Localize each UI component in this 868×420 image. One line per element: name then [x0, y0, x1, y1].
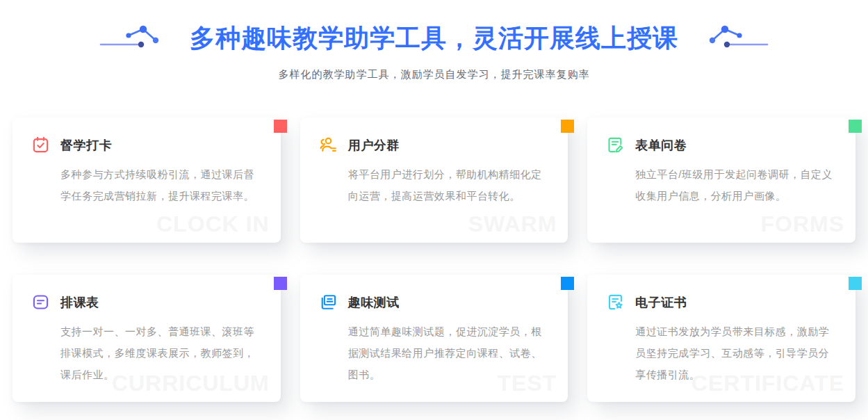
card-title: 趣味测试 — [348, 294, 400, 311]
card-title: 电子证书 — [635, 294, 687, 311]
calendar-check-icon — [31, 136, 50, 154]
card-title: 排课表 — [60, 294, 99, 311]
feature-card-curriculum: 排课表 支持一对一、一对多、普通班课、滚班等排课模式，多维度课表展示，教师签到，… — [13, 275, 281, 402]
feature-card-forms: 表单问卷 独立平台/班级用于发起问卷调研，自定义收集用户信息，分析用户画像。 F… — [587, 118, 855, 243]
corner-accent-square — [274, 277, 287, 290]
card-watermark: FORMS — [760, 211, 844, 237]
users-icon — [319, 136, 338, 154]
card-description: 通过简单趣味测试题，促进沉淀学员，根据测试结果给用户推荐定向课程、试卷、图书。 — [348, 321, 550, 385]
section-header: 多种趣味教学助学工具，灵活开展线上授课 多样化的教学助学工具，激励学员自发学习，… — [0, 0, 868, 81]
corner-accent-square — [561, 120, 574, 133]
corner-accent-square — [849, 277, 862, 290]
feature-card-clock-in: 督学打卡 多种参与方式持续吸粉引流，通过课后督学任务完成营销拉新，提升课程完课率… — [13, 118, 281, 243]
card-description: 将平台用户进行划分，帮助机构精细化定向运营，提高运营效果和平台转化。 — [348, 164, 550, 207]
feature-card-certificate: 电子证书 通过证书发放为学员带来目标感，激励学员坚持完成学习、互动感等，引导学员… — [587, 275, 855, 402]
line-chart-decoration-right — [702, 24, 769, 57]
feature-section: 多种趣味教学助学工具，灵活开展线上授课 多样化的教学助学工具，激励学员自发学习，… — [0, 0, 868, 420]
corner-accent-square — [849, 120, 862, 133]
stacked-docs-icon — [319, 293, 338, 312]
card-description: 独立平台/班级用于发起问卷调研，自定义收集用户信息，分析用户画像。 — [635, 164, 837, 207]
feature-card-quiz: 趣味测试 通过简单趣味测试题，促进沉淀学员，根据测试结果给用户推荐定向课程、试卷… — [300, 275, 568, 402]
feature-cards-grid: 督学打卡 多种参与方式持续吸粉引流，通过课后督学任务完成营销拉新，提升课程完课率… — [13, 118, 855, 402]
certificate-star-icon — [606, 293, 625, 312]
card-description: 通过证书发放为学员带来目标感，激励学员坚持完成学习、互动感等，引导学员分享传播引… — [635, 321, 837, 385]
card-title: 用户分群 — [348, 137, 400, 154]
page-title: 多种趣味教学助学工具，灵活开展线上授课 — [190, 22, 678, 54]
card-description: 多种参与方式持续吸粉引流，通过课后督学任务完成营销拉新，提升课程完课率。 — [60, 164, 263, 207]
feature-card-user-segments: 用户分群 将平台用户进行划分，帮助机构精细化定向运营，提高运营效果和平台转化。 … — [300, 118, 568, 243]
form-edit-icon — [606, 136, 625, 154]
section-subtitle: 多样化的教学助学工具，激励学员自发学习，提升完课率复购率 — [0, 68, 868, 81]
corner-accent-square — [274, 120, 287, 133]
card-title: 表单问卷 — [635, 137, 687, 154]
schedule-icon — [31, 293, 50, 312]
card-description: 支持一对一、一对多、普通班课、滚班等排课模式，多维度课表展示，教师签到，课后作业… — [60, 321, 263, 385]
line-chart-decoration-left — [99, 24, 166, 57]
card-title: 督学打卡 — [60, 137, 112, 154]
card-watermark: CLOCK IN — [156, 211, 270, 237]
corner-accent-square — [561, 277, 574, 290]
card-watermark: SWARM — [468, 211, 557, 237]
